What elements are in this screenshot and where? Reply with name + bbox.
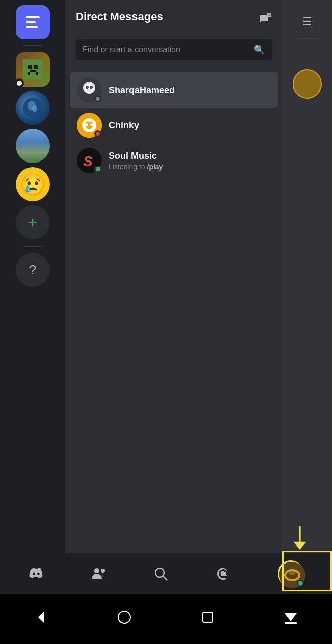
conv-name-chinky: Chinky — [109, 120, 139, 131]
svg-point-24 — [85, 123, 88, 126]
dm-panel: Direct Messages + Find or start a conver… — [65, 0, 282, 594]
svg-rect-5 — [34, 65, 38, 69]
dm-panel-title: Direct Messages — [76, 10, 163, 23]
notification-badge — [15, 78, 24, 88]
status-dot-soul-music — [94, 166, 101, 173]
bottom-nav — [0, 553, 332, 594]
svg-rect-1 — [26, 21, 36, 23]
svg-rect-3 — [23, 59, 43, 79]
conv-name-sharqa: SharqaHameed — [109, 85, 175, 96]
svg-marker-45 — [38, 611, 44, 623]
search-nav-icon — [153, 566, 169, 582]
question-icon: ? — [29, 262, 36, 278]
new-dm-button[interactable]: + — [258, 13, 272, 29]
android-home-button[interactable] — [116, 609, 132, 629]
svg-point-21 — [87, 89, 92, 92]
conv-info-chinky: Chinky — [109, 120, 139, 131]
android-nav-bar — [0, 594, 332, 644]
right-panel: ☰ — [282, 0, 332, 594]
svg-point-41 — [221, 573, 224, 575]
help-button[interactable]: ? — [16, 253, 50, 287]
nav-item-discord[interactable] — [28, 566, 44, 582]
avatar-sharqa — [77, 77, 102, 103]
svg-point-25 — [90, 123, 93, 126]
conversation-item-chinky[interactable]: Chinky — [70, 108, 278, 143]
svg-point-20 — [91, 87, 92, 88]
at-icon — [215, 566, 231, 582]
sidebar-item-dm-home[interactable] — [16, 5, 50, 39]
right-menu-icon[interactable]: ☰ — [302, 15, 312, 28]
search-icon: 🔍 — [254, 44, 265, 55]
svg-point-46 — [118, 611, 130, 623]
profile-status-dot — [297, 580, 304, 587]
add-server-button[interactable]: + — [16, 205, 50, 239]
search-bar[interactable]: Find or start a conversation 🔍 — [76, 39, 272, 60]
right-panel-avatar-ring[interactable] — [293, 69, 322, 99]
svg-line-40 — [163, 576, 167, 580]
conversation-item-soul-music[interactable]: S Soul Music Listening to /play — [70, 143, 278, 178]
android-back-button[interactable] — [33, 609, 49, 629]
svg-text:S: S — [83, 153, 93, 169]
conv-info-soul-music: Soul Music Listening to /play — [109, 151, 163, 171]
left-sidebar: 😢 + ? — [0, 0, 65, 594]
svg-point-38 — [101, 569, 105, 573]
svg-point-11 — [32, 105, 37, 112]
sidebar-item-server-water[interactable] — [16, 91, 50, 125]
sidebar-item-server-emoji[interactable]: 😢 — [16, 167, 50, 201]
status-dot-sharqa — [94, 95, 101, 102]
svg-rect-7 — [28, 72, 30, 75]
svg-rect-49 — [285, 622, 297, 624]
friends-icon — [91, 566, 107, 582]
conversation-item-sharqa[interactable]: SharqaHameed — [70, 72, 278, 108]
svg-rect-0 — [26, 16, 40, 18]
nav-item-search[interactable] — [153, 566, 169, 582]
conv-info-sharqa: SharqaHameed — [109, 85, 175, 96]
nav-item-profile[interactable] — [278, 560, 304, 587]
android-recent-button[interactable] — [200, 609, 216, 629]
svg-point-44 — [289, 571, 295, 575]
search-placeholder: Find or start a conversation — [83, 45, 250, 54]
svg-rect-2 — [26, 26, 38, 28]
sidebar-divider-1 — [23, 45, 43, 46]
status-dot-chinky — [94, 130, 101, 137]
svg-rect-8 — [36, 72, 38, 75]
svg-rect-6 — [30, 70, 36, 72]
svg-rect-4 — [28, 65, 32, 69]
avatar-soul-music: S — [77, 148, 102, 173]
avatar-chinky — [77, 113, 102, 138]
right-divider — [297, 38, 317, 39]
nav-item-mentions[interactable] — [215, 566, 231, 582]
plus-icon: + — [28, 213, 38, 232]
android-download-button[interactable] — [283, 609, 299, 629]
svg-point-39 — [155, 568, 164, 577]
conv-name-soul-music: Soul Music — [109, 151, 163, 162]
svg-marker-48 — [285, 613, 297, 621]
svg-text:+: + — [268, 13, 271, 18]
sidebar-divider-2 — [23, 246, 43, 247]
sidebar-item-server-mountain[interactable] — [16, 129, 50, 163]
svg-point-37 — [94, 568, 99, 573]
discord-icon — [28, 566, 44, 582]
nav-item-friends[interactable] — [91, 566, 107, 582]
svg-rect-47 — [203, 612, 213, 622]
conversation-list: SharqaHameed Chinky — [65, 72, 282, 178]
sidebar-item-server-minecraft[interactable] — [16, 52, 50, 87]
svg-point-19 — [87, 87, 88, 88]
dm-header: Direct Messages + Find or start a conver… — [65, 0, 282, 68]
conv-status-soul-music: Listening to /play — [109, 163, 163, 171]
